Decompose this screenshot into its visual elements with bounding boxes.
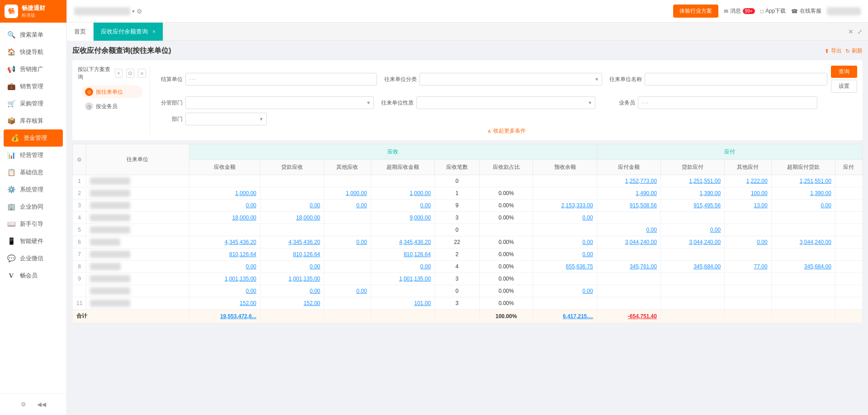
sidebar-item-sales[interactable]: 💼 销售管理 [0, 78, 66, 95]
ar-loan-cell[interactable]: 0.00 [260, 261, 324, 273]
sidebar-item-wechat[interactable]: 💬 企业微信 [0, 250, 66, 267]
ar-amount-cell[interactable]: 1,001,135.00 [189, 273, 260, 285]
prepay-cell[interactable]: 0.00 [533, 212, 597, 224]
ap-loan-cell[interactable]: 3,044,240.00 [660, 236, 724, 248]
partner-category-input[interactable]: ▾ [420, 73, 602, 86]
sidebar-item-basic-info[interactable]: 📋 基础信息 [0, 164, 66, 181]
sidebar-item-finance[interactable]: 💰 资金管理 [4, 129, 63, 147]
ar-loan-cell[interactable]: 4,345,436.20 [260, 236, 324, 248]
ar-other-cell[interactable]: 0.00 [324, 200, 371, 212]
prepay-cell[interactable]: 2,153,333.00 [533, 200, 597, 212]
ar-amount-cell[interactable]: 810,126.64 [189, 248, 260, 261]
sidebar-item-search[interactable]: 🔍 搜索菜单 [0, 26, 66, 43]
sidebar-item-purchase[interactable]: 🛒 采购管理 [0, 95, 66, 112]
ar-loan-cell[interactable]: 1,001,135.00 [260, 273, 324, 285]
ar-amount-cell[interactable]: 4,345,436.20 [189, 236, 260, 248]
ap-amount-cell[interactable]: 3,044,240.00 [597, 236, 660, 248]
ap-loan-cell[interactable]: 1,251,551.00 [660, 175, 724, 187]
ap-loan-cell[interactable]: 915,495.56 [660, 200, 724, 212]
partner-nature-input[interactable]: ▾ [416, 96, 596, 109]
sidebar-item-marketing[interactable]: 📢 营销推广 [0, 61, 66, 78]
manage-dept-input[interactable]: ▾ [185, 96, 374, 109]
ap-loan-cell[interactable]: 0.00 [660, 224, 724, 236]
ap-other-cell[interactable]: 13.00 [725, 200, 771, 212]
ap-amount-cell[interactable]: 345,761.00 [597, 261, 660, 273]
salesperson-input[interactable]: ··· [638, 96, 817, 109]
user-avatar[interactable]: Rit [827, 7, 861, 15]
ap-other-cell[interactable]: 1,222.00 [725, 175, 771, 187]
plan-button[interactable]: 体验行业方案 [673, 5, 718, 18]
ar-overdue-cell[interactable]: 101.00 [371, 297, 434, 310]
dept-input[interactable]: ▾ [185, 113, 267, 125]
chevron-down-icon[interactable]: ▾ [132, 8, 135, 14]
collapse-more-button[interactable]: ∧ 收起更多条件 [156, 127, 857, 135]
sidebar-item-enterprise[interactable]: 🏢 企业协同 [0, 198, 66, 215]
prepay-cell[interactable]: 0.00 [533, 285, 597, 297]
add-scheme-button[interactable]: + [115, 69, 123, 78]
ar-amount-cell[interactable]: 1,000.00 [189, 187, 260, 200]
sidebar-settings-btn[interactable]: ⚙ [16, 398, 31, 410]
scheme-by-partner[interactable]: ⊙ 按往来单位 [81, 86, 142, 98]
ap-overdue-cell[interactable]: 3,044,240.00 [771, 236, 835, 248]
ap-overdue-cell[interactable]: 1,251,551.00 [771, 175, 835, 187]
settlement-unit-input[interactable]: ··· [185, 73, 377, 86]
prepay-cell[interactable]: 655,636.75 [533, 261, 597, 273]
tab-close-icon[interactable]: × [152, 29, 156, 35]
ar-amount-cell[interactable]: 0.00 [189, 200, 260, 212]
ar-overdue-cell[interactable]: 810,126.64 [371, 248, 434, 261]
ap-other-cell[interactable]: 0.00 [725, 236, 771, 248]
ar-other-cell[interactable]: 0.00 [324, 236, 371, 248]
online-service-button[interactable]: ☎ 在线客服 [791, 7, 821, 15]
ar-overdue-cell[interactable]: 0.00 [371, 200, 434, 212]
tab-ar-ap-balance[interactable]: 应收应付余额查询 × [94, 23, 163, 41]
prepay-cell[interactable]: 0.00 [533, 248, 597, 261]
tab-home[interactable]: 首页 [67, 23, 94, 41]
ar-amount-cell[interactable]: 0.00 [189, 261, 260, 273]
ap-amount-cell[interactable]: 1,490.00 [597, 187, 660, 200]
export-button[interactable]: ⬆ 导出 [825, 47, 842, 55]
ap-amount-cell[interactable]: 1,252,773.00 [597, 175, 660, 187]
total-ap-amount[interactable]: -654,751.40 [597, 310, 660, 323]
ar-other-cell[interactable]: 1,000.00 [324, 187, 371, 200]
app-download-button[interactable]: □ App下载 [760, 7, 786, 15]
ar-amount-cell[interactable]: 18,000.00 [189, 212, 260, 224]
scheme-by-salesperson[interactable]: ◷ 按业务员 [81, 100, 142, 113]
ar-overdue-cell[interactable]: 1,000.00 [371, 187, 434, 200]
ap-overdue-cell[interactable]: 345,684.00 [771, 261, 835, 273]
prepay-cell[interactable]: 0.00 [533, 236, 597, 248]
ar-loan-cell[interactable]: 0.00 [260, 200, 324, 212]
ar-loan-cell[interactable]: 152.00 [260, 297, 324, 310]
ar-overdue-cell[interactable]: 1,001,135.00 [371, 273, 434, 285]
partner-name-input[interactable] [645, 73, 827, 86]
ap-overdue-cell[interactable]: 0.00 [771, 200, 835, 212]
ar-other-cell[interactable]: 0.00 [324, 285, 371, 297]
sidebar-item-quick-nav[interactable]: 🏠 快捷导航 [0, 43, 66, 61]
ar-loan-cell[interactable]: 0.00 [260, 285, 324, 297]
gear-icon[interactable]: ⚙ [137, 8, 142, 15]
collapse-scheme-button[interactable]: « [138, 69, 146, 78]
ar-overdue-cell[interactable]: 9,000.00 [371, 212, 434, 224]
settings-scheme-button[interactable]: ⊙ [126, 69, 134, 78]
ap-other-cell[interactable]: 100.00 [725, 187, 771, 200]
ar-overdue-cell[interactable]: 4,345,436.20 [371, 236, 434, 248]
ar-overdue-cell[interactable]: 0.00 [371, 261, 434, 273]
sidebar-collapse-btn[interactable]: ◀◀ [33, 398, 51, 410]
sidebar-item-business[interactable]: 📊 经营管理 [0, 147, 66, 164]
sidebar-item-member[interactable]: V 畅会员 [0, 267, 66, 284]
close-window-icon[interactable]: ✕ [848, 28, 854, 35]
ar-amount-cell[interactable]: 0.00 [189, 285, 260, 297]
sidebar-item-hardware[interactable]: 📱 智能硬件 [0, 233, 66, 250]
ap-overdue-cell[interactable]: 1,390.00 [771, 187, 835, 200]
sidebar-item-inventory[interactable]: 📦 库存核算 [0, 112, 66, 129]
sidebar-item-system[interactable]: ⚙️ 系统管理 [0, 181, 66, 198]
refresh-button[interactable]: ↻ 刷新 [845, 47, 863, 55]
query-button[interactable]: 查询 [831, 66, 857, 78]
ap-amount-cell[interactable]: 915,508.56 [597, 200, 660, 212]
ar-loan-cell[interactable]: 810,126.64 [260, 248, 324, 261]
ar-loan-cell[interactable]: 18,000.00 [260, 212, 324, 224]
ap-loan-cell[interactable]: 345,684.00 [660, 261, 724, 273]
ar-amount-cell[interactable]: 152.00 [189, 297, 260, 310]
ap-loan-cell[interactable]: 1,390.00 [660, 187, 724, 200]
maximize-window-icon[interactable]: ⤢ [857, 28, 863, 35]
messages-button[interactable]: ✉ 消息 99+ [724, 7, 755, 15]
